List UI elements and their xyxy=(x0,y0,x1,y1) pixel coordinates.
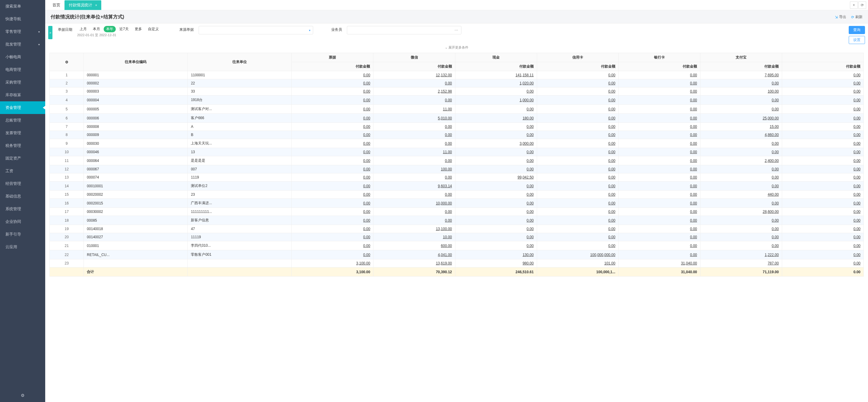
cell-amount[interactable]: 0.00 xyxy=(618,123,700,131)
cell-amount[interactable]: 0.00 xyxy=(782,123,864,131)
query-button[interactable]: 查询 xyxy=(849,26,865,34)
table-settings[interactable]: ⚙ xyxy=(50,53,84,71)
sidebar-item[interactable]: 发票管理 xyxy=(0,127,45,139)
cell-amount[interactable]: 0.00 xyxy=(700,241,782,250)
cell-amount[interactable]: 0.00 xyxy=(618,191,700,199)
cell-amount[interactable]: 0.00 xyxy=(782,139,864,148)
cell-amount[interactable]: 0.00 xyxy=(292,208,373,216)
th-group[interactable]: 支付宝 xyxy=(700,53,782,62)
cell-amount[interactable]: 0.00 xyxy=(373,139,455,148)
cell-amount[interactable]: 0.00 xyxy=(455,181,537,191)
sidebar-item[interactable]: 固定资产 xyxy=(0,152,45,165)
cell-amount[interactable]: 99,042.50 xyxy=(455,173,537,181)
cell-amount[interactable]: 0.00 xyxy=(292,95,373,105)
cell-amount[interactable]: 0.00 xyxy=(618,156,700,165)
sidebar-item[interactable]: 库存核算 xyxy=(0,89,45,101)
cell-amount[interactable]: 31,040.00 xyxy=(618,259,700,267)
cell-amount[interactable]: 0.00 xyxy=(292,148,373,156)
cell-amount[interactable]: 13,619.00 xyxy=(373,259,455,267)
cell-amount[interactable]: 0.00 xyxy=(537,173,618,181)
cell-amount[interactable]: 0.00 xyxy=(700,181,782,191)
th-group[interactable] xyxy=(782,53,864,62)
tab-home[interactable]: 首页 xyxy=(48,0,64,10)
cell-amount[interactable]: 0.00 xyxy=(292,131,373,139)
th-sub[interactable]: 付款金额 xyxy=(292,62,373,71)
cell-amount[interactable]: 7,695.00 xyxy=(700,71,782,79)
cell-amount[interactable]: 0.00 xyxy=(455,225,537,233)
cell-amount[interactable]: 0.00 xyxy=(782,71,864,79)
cell-amount[interactable]: 0.00 xyxy=(373,208,455,216)
cell-amount[interactable]: 0.00 xyxy=(700,165,782,173)
cell-amount[interactable]: 0.00 xyxy=(700,79,782,87)
sidebar-item[interactable]: 新手引导 xyxy=(0,228,45,241)
cell-amount[interactable]: 0.00 xyxy=(455,156,537,165)
date-pill[interactable]: 近7天 xyxy=(117,26,131,32)
cell-amount[interactable]: 0.00 xyxy=(537,148,618,156)
cell-amount[interactable]: 0.00 xyxy=(455,123,537,131)
cell-amount[interactable]: 0.00 xyxy=(618,208,700,216)
cell-amount[interactable]: 0.00 xyxy=(700,139,782,148)
cell-amount[interactable]: 0.00 xyxy=(292,181,373,191)
cell-amount[interactable]: 0.00 xyxy=(537,105,618,114)
cell-amount[interactable]: 0.00 xyxy=(292,225,373,233)
cell-amount[interactable]: 0.00 xyxy=(700,105,782,114)
sidebar-item[interactable]: 系统管理 xyxy=(0,203,45,215)
cell-amount[interactable]: 0.00 xyxy=(537,208,618,216)
cell-amount[interactable]: 0.00 xyxy=(618,71,700,79)
cell-amount[interactable]: 980.00 xyxy=(455,259,537,267)
date-pill[interactable]: 本年 xyxy=(104,26,116,32)
th-group[interactable]: 票据 xyxy=(292,53,373,62)
cell-amount[interactable]: 10,000.00 xyxy=(373,199,455,208)
cell-amount[interactable]: 440.00 xyxy=(700,191,782,199)
export-button[interactable]: ⇲ 导出 xyxy=(835,15,846,20)
cell-amount[interactable]: 0.00 xyxy=(782,181,864,191)
cell-amount[interactable]: 0.00 xyxy=(537,165,618,173)
cell-amount[interactable]: 0.00 xyxy=(292,79,373,87)
cell-amount[interactable]: 1,020.00 xyxy=(455,79,537,87)
sidebar-item[interactable]: 采购管理 xyxy=(0,76,45,89)
cell-amount[interactable]: 141,158.11 xyxy=(455,71,537,79)
cell-amount[interactable]: 0.00 xyxy=(700,199,782,208)
cell-amount[interactable]: 0.00 xyxy=(373,95,455,105)
cell-amount[interactable]: 0.00 xyxy=(782,156,864,165)
cell-amount[interactable]: 0.00 xyxy=(618,131,700,139)
cell-amount[interactable]: 0.00 xyxy=(618,233,700,241)
th-unit[interactable]: 往来单位 xyxy=(188,53,292,71)
cell-amount[interactable]: 11.00 xyxy=(373,105,455,114)
cell-amount[interactable]: 0.00 xyxy=(292,71,373,79)
sidebar-item[interactable]: 经营管理 xyxy=(0,177,45,190)
sidebar-item[interactable]: 企业协同 xyxy=(0,215,45,228)
cell-amount[interactable]: 600.00 xyxy=(373,241,455,250)
cell-amount[interactable]: 0.00 xyxy=(782,208,864,216)
cell-amount[interactable]: 0.00 xyxy=(292,165,373,173)
cell-amount[interactable]: 0.00 xyxy=(782,259,864,267)
table-wrap[interactable]: ⚙ 往来单位编码 往来单位 票据 微信 现金 信用卡 银行卡 支付宝 付款金额 … xyxy=(45,53,868,402)
cell-amount[interactable]: 180.00 xyxy=(455,114,537,123)
cell-amount[interactable]: 787.00 xyxy=(700,259,782,267)
sidebar-item[interactable]: 云应用 xyxy=(0,241,45,253)
cell-amount[interactable]: 0.00 xyxy=(618,139,700,148)
sidebar-item[interactable]: 小畅电商 xyxy=(0,51,45,63)
cell-amount[interactable]: 0.00 xyxy=(618,114,700,123)
cell-amount[interactable]: 0.00 xyxy=(455,208,537,216)
cell-amount[interactable]: 0.00 xyxy=(292,241,373,250)
cell-amount[interactable]: 4,860.00 xyxy=(700,131,782,139)
cell-amount[interactable]: 0.00 xyxy=(292,173,373,181)
cell-amount[interactable]: 100,000,000.00 xyxy=(537,250,618,259)
cell-amount[interactable]: 0.00 xyxy=(455,105,537,114)
cell-amount[interactable]: 0.00 xyxy=(537,87,618,95)
sidebar-item[interactable]: 总账管理 xyxy=(0,114,45,127)
cell-amount[interactable]: 100.00 xyxy=(373,165,455,173)
cell-amount[interactable]: 0.00 xyxy=(782,233,864,241)
date-pill[interactable]: 本月 xyxy=(90,26,102,32)
cell-amount[interactable]: 0.00 xyxy=(618,148,700,156)
cell-amount[interactable]: 0.00 xyxy=(292,87,373,95)
th-group[interactable]: 微信 xyxy=(373,53,455,62)
cell-amount[interactable]: 130.00 xyxy=(455,250,537,259)
cell-amount[interactable]: 0.00 xyxy=(618,79,700,87)
cell-amount[interactable]: 0.00 xyxy=(618,181,700,191)
cell-amount[interactable]: 0.00 xyxy=(455,241,537,250)
cell-amount[interactable]: 0.00 xyxy=(537,131,618,139)
th-sub[interactable]: 付款金额 xyxy=(782,62,864,71)
tabs-refresh-button[interactable]: ⟳ xyxy=(858,1,866,9)
